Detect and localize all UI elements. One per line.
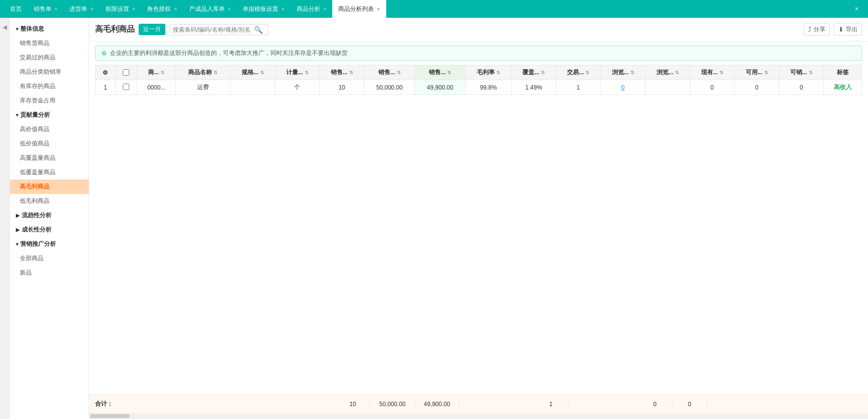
- export-button[interactable]: ⬇ 导出: [834, 23, 862, 36]
- sort-icon: ⇅: [349, 70, 353, 75]
- cell-current-stock: 0: [690, 80, 734, 95]
- col-coverage[interactable]: 覆盖... ⇅: [511, 65, 556, 80]
- col-sales-amt[interactable]: 销售... ⇅: [364, 65, 414, 80]
- col-name[interactable]: 商品名称 ⇅: [176, 65, 230, 80]
- close-icon[interactable]: ×: [174, 6, 177, 12]
- sidebar: ▾ 整体信息 销售货商品 交易过的商品 商品分类助销率 有库存的商品 库存资金占…: [10, 18, 89, 419]
- share-icon: ⤴: [808, 26, 812, 33]
- share-button[interactable]: ⤴ 分享: [804, 23, 830, 36]
- search-icon[interactable]: 🔍: [254, 26, 262, 34]
- sidebar-item-high-value[interactable]: 高价值商品: [10, 122, 89, 137]
- col-gross-rate[interactable]: 毛利率 ⇅: [465, 65, 511, 80]
- nav-permission[interactable]: 权限设置 ×: [100, 0, 141, 18]
- col-index: ⚙: [96, 65, 116, 80]
- expand-arrow-icon: ▶: [16, 213, 20, 218]
- sidebar-item-new-goods[interactable]: 新品: [10, 266, 89, 280]
- close-icon[interactable]: ×: [132, 6, 135, 12]
- close-icon[interactable]: ×: [228, 6, 231, 12]
- sidebar-item-sales-goods[interactable]: 销售货商品: [10, 36, 89, 50]
- col-checkbox-header: [115, 65, 137, 80]
- search-box: 🔍: [169, 24, 268, 35]
- sidebar-group-marketing[interactable]: ▾ 营销推广分析: [10, 237, 89, 251]
- sidebar-item-in-stock[interactable]: 有库存的商品: [10, 79, 89, 93]
- sidebar-group-trend[interactable]: ▶ 流趋性分析: [10, 208, 89, 223]
- close-icon[interactable]: ×: [90, 6, 93, 12]
- sort-icon: ⇅: [675, 70, 679, 75]
- nav-sales[interactable]: 销售单 ×: [28, 0, 63, 18]
- cell-browse1[interactable]: 0: [601, 80, 645, 95]
- nav-template[interactable]: 单据模板设置 ×: [237, 0, 290, 18]
- data-table: ⚙ 商... ⇅: [95, 65, 862, 95]
- settings-icon[interactable]: ⚙: [102, 69, 108, 76]
- sidebar-collapse-button[interactable]: ◀: [0, 18, 10, 419]
- sidebar-item-all-goods[interactable]: 全部商品: [10, 251, 89, 266]
- filter-recent-month-button[interactable]: 近一月: [139, 24, 165, 35]
- close-icon[interactable]: ×: [377, 6, 380, 12]
- sidebar-item-high-margin[interactable]: 高毛利商品: [10, 180, 89, 194]
- footer-trade: 1: [534, 401, 568, 408]
- sidebar-item-low-margin[interactable]: 低毛利商品: [10, 194, 89, 208]
- cell-coverage: 1.49%: [511, 80, 556, 95]
- nav-purchase[interactable]: 进货单 ×: [63, 0, 99, 18]
- cell-browse2: [645, 80, 690, 95]
- col-code[interactable]: 商... ⇅: [137, 65, 176, 80]
- col-current-stock[interactable]: 现有... ⇅: [690, 65, 734, 80]
- content-header: 高毛利商品 近一月 🔍 ⤴ 分享 ⬇ 导出: [89, 18, 868, 42]
- export-icon: ⬇: [838, 26, 844, 33]
- cell-code: 0000...: [137, 80, 176, 95]
- sort-icon: ⇅: [585, 70, 589, 75]
- select-all-checkbox[interactable]: [123, 69, 129, 76]
- sidebar-item-high-coverage[interactable]: 高覆盖量商品: [10, 151, 89, 165]
- col-browse1[interactable]: 浏览... ⇅: [601, 65, 645, 80]
- sort-icon: ⇅: [160, 70, 164, 75]
- nav-home[interactable]: 首页: [4, 0, 28, 18]
- sidebar-group-overall[interactable]: ▾ 整体信息: [10, 22, 89, 36]
- sort-icon: ⇅: [397, 70, 401, 75]
- cell-index: 1: [96, 80, 116, 95]
- cell-sales-qty: 10: [319, 80, 364, 95]
- col-available[interactable]: 可用... ⇅: [734, 65, 779, 80]
- footer-total-label: 合计：: [95, 400, 113, 408]
- nav-product-entry[interactable]: 产成品入库单 ×: [183, 0, 237, 18]
- footer-bar: 合计： 10 50,000.00 49,900.00 1 0 0: [89, 394, 868, 413]
- close-window-button[interactable]: ×: [849, 0, 864, 18]
- sidebar-item-category-rate[interactable]: 商品分类助销率: [10, 65, 89, 79]
- col-unit[interactable]: 计量... ⇅: [275, 65, 319, 80]
- col-sales-profit[interactable]: 销售... ⇅: [415, 65, 465, 80]
- cell-gross-rate: 99.8%: [465, 80, 511, 95]
- row-checkbox[interactable]: [123, 84, 129, 90]
- expand-arrow-icon: ▾: [16, 241, 18, 247]
- sidebar-group-growth[interactable]: ▶ 成长性分析: [10, 223, 89, 237]
- expand-arrow-icon: ▶: [16, 227, 20, 233]
- cell-checkbox[interactable]: [115, 80, 137, 95]
- content-area: 高毛利商品 近一月 🔍 ⤴ 分享 ⬇ 导出 ⚙ 企业的主要的利润都是这部分商品创…: [89, 18, 868, 419]
- cell-spec: [230, 80, 275, 95]
- sidebar-item-stock-funds[interactable]: 库存资金占用: [10, 93, 89, 108]
- close-icon[interactable]: ×: [323, 6, 326, 12]
- col-spec[interactable]: 规格... ⇅: [230, 65, 275, 80]
- sidebar-group-contribution[interactable]: ▾ 贡献量分析: [10, 108, 89, 122]
- footer-sales-profit: 49,900.00: [415, 401, 460, 408]
- sidebar-item-low-value[interactable]: 低价值商品: [10, 137, 89, 151]
- cell-name: 运费: [176, 80, 230, 95]
- scrollbar-thumb[interactable]: [90, 414, 130, 418]
- col-browse2[interactable]: 浏览... ⇅: [645, 65, 690, 80]
- horizontal-scrollbar[interactable]: [89, 413, 868, 419]
- expand-arrow-icon: ▾: [16, 112, 18, 118]
- sidebar-item-low-coverage[interactable]: 低覆盖量商品: [10, 165, 89, 180]
- sort-icon: ⇅: [496, 70, 500, 75]
- close-icon[interactable]: ×: [54, 6, 57, 12]
- nav-role[interactable]: 角色授权 ×: [141, 0, 183, 18]
- close-icon[interactable]: ×: [281, 6, 284, 12]
- col-sellable[interactable]: 可销... ⇅: [779, 65, 823, 80]
- col-trade[interactable]: 交易... ⇅: [556, 65, 601, 80]
- col-tag: 标签: [823, 65, 862, 80]
- sidebar-item-traded-goods[interactable]: 交易过的商品: [10, 50, 89, 65]
- top-navigation: 首页 销售单 × 进货单 × 权限设置 × 角色授权 × 产成品入库单 × 单据…: [0, 0, 868, 18]
- col-sales-qty[interactable]: 销售... ⇅: [319, 65, 364, 80]
- nav-product-analysis[interactable]: 商品分析 ×: [291, 0, 332, 18]
- cell-tag: 高收入: [823, 80, 862, 95]
- search-input[interactable]: [173, 26, 252, 33]
- nav-product-analysis-list[interactable]: 商品分析列表 ×: [332, 0, 386, 18]
- table-row: 1 0000... 运费 个 10 50,000.00 49,900.00 99…: [96, 80, 862, 95]
